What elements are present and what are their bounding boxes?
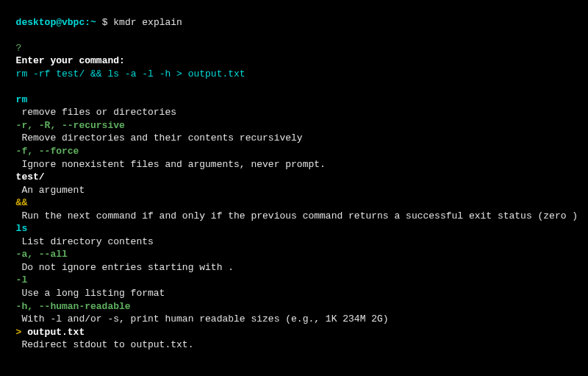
explain-description: Ignore nonexistent files and arguments, … bbox=[4, 158, 584, 171]
explain-token: test/ bbox=[16, 171, 45, 182]
redirect-operator: > bbox=[16, 327, 28, 338]
prompt-user: desktop@vbpc bbox=[16, 17, 85, 28]
question-mark-icon: ? bbox=[16, 43, 22, 54]
explain-token: rm bbox=[16, 94, 28, 105]
explain-description: Use a long listing format bbox=[4, 287, 584, 300]
blank-line bbox=[4, 80, 584, 93]
explain-description: Remove directories and their contents re… bbox=[4, 132, 584, 145]
explain-description: With -l and/or -s, print human readable … bbox=[4, 313, 584, 326]
explain-description: Redirect stdout to output.txt. bbox=[4, 338, 584, 352]
explain-token: -a, --all bbox=[16, 249, 68, 260]
explain-token: -h, --human-readable bbox=[16, 301, 131, 312]
explain-description: Run the next command if and only if the … bbox=[4, 210, 584, 223]
explain-token-line: -f, --force bbox=[4, 145, 584, 158]
entered-command: rm -rf test/ && ls -a -l -h > output.txt bbox=[16, 68, 245, 79]
enter-command-label: Enter your command: bbox=[16, 55, 125, 66]
shell-prompt-line[interactable]: desktop@vbpc:~ $ kmdr explain bbox=[4, 3, 584, 29]
explain-description: List directory contents bbox=[4, 235, 584, 249]
explain-token-line: > output.txt bbox=[4, 326, 584, 339]
explain-token-line: test/ bbox=[4, 171, 584, 184]
blank-line bbox=[4, 352, 584, 365]
explain-token: ls bbox=[16, 223, 28, 234]
explain-token: -l bbox=[16, 274, 28, 285]
explain-token-line: -a, --all bbox=[4, 248, 584, 261]
feedback-question-line: ☺ Did we help you better understand this… bbox=[4, 364, 584, 376]
explain-token-line: -l bbox=[4, 274, 584, 287]
explain-token: && bbox=[16, 197, 28, 208]
explain-description: An argument bbox=[4, 184, 584, 197]
prompt-path: ~ bbox=[90, 17, 96, 28]
prompt-sep: : bbox=[85, 17, 90, 28]
explain-token-line: ls bbox=[4, 222, 584, 235]
explain-token: output.txt bbox=[27, 327, 85, 338]
typed-command: kmdr explain bbox=[113, 17, 182, 28]
prompt-dollar: $ bbox=[96, 17, 113, 28]
explain-token: -f, --force bbox=[16, 146, 79, 157]
explain-description: remove files or directories bbox=[4, 106, 584, 119]
explanation-list: rmremove files or directories-r, -R, --r… bbox=[4, 93, 584, 352]
explain-description: Do not ignore entries starting with . bbox=[4, 261, 584, 274]
explain-token-line: -h, --human-readable bbox=[4, 300, 584, 313]
explain-token: -r, -R, --recursive bbox=[16, 120, 125, 131]
enter-command-line: ? Enter your command: rm -rf test/ && ls… bbox=[4, 29, 584, 80]
explain-token-line: rm bbox=[4, 93, 584, 107]
explain-token-line: && bbox=[4, 196, 584, 210]
explain-token-line: -r, -R, --recursive bbox=[4, 119, 584, 132]
